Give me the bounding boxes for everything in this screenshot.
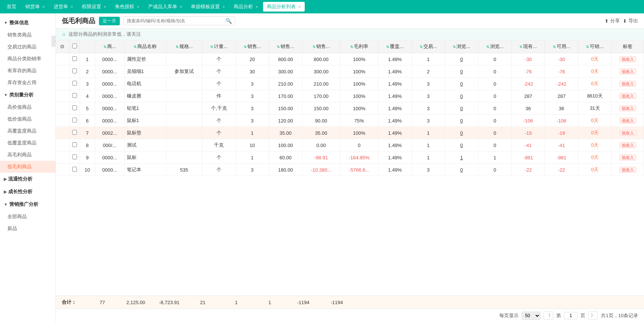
nav-sales-close[interactable]: × xyxy=(42,4,45,9)
cell-browse1-3[interactable]: 0 xyxy=(445,90,478,102)
nav-product-analysis-close[interactable]: × xyxy=(256,4,258,9)
select-all-checkbox[interactable] xyxy=(72,44,77,48)
per-page-select[interactable]: 50 20 100 xyxy=(522,312,541,320)
browse1-link-4[interactable]: 0 xyxy=(460,106,463,111)
th-profit-rate[interactable]: ⇅毛利率 xyxy=(340,40,378,53)
nav-template-close[interactable]: × xyxy=(222,4,225,9)
th-name[interactable]: ⇅商品名称 xyxy=(124,40,166,53)
nav-template[interactable]: 单据模板设置 × xyxy=(187,2,228,12)
th-sale-qty[interactable]: ⇅销售... xyxy=(236,40,269,53)
cell-checkbox-9[interactable] xyxy=(69,164,80,176)
next-page-button[interactable]: 〉 xyxy=(588,311,598,320)
th-settings[interactable]: ⚙ xyxy=(56,40,69,53)
cell-browse1-8[interactable]: 1 xyxy=(445,152,478,164)
export-button[interactable]: ⬇ 导出 xyxy=(623,17,638,24)
sidebar-section-marketing[interactable]: ▼ 营销推广分析 xyxy=(0,198,55,211)
cell-settings-9[interactable] xyxy=(56,164,69,176)
nav-permission[interactable]: 权限设置 × xyxy=(78,2,110,12)
cell-settings-2[interactable] xyxy=(56,78,69,90)
nav-product-entry[interactable]: 产成品入库单 × xyxy=(144,2,186,12)
cell-checkbox-3[interactable] xyxy=(69,90,80,102)
cell-name-2[interactable]: 电话机 xyxy=(124,78,166,90)
sidebar-section-overall[interactable]: ▼ 整体信息 xyxy=(0,16,55,29)
nav-product-analysis-list-close[interactable]: × xyxy=(298,4,301,9)
sidebar-item-inventory-capital[interactable]: 库存资金占用 xyxy=(0,77,55,89)
browse1-link-7[interactable]: 0 xyxy=(460,143,463,148)
nav-role-close[interactable]: × xyxy=(137,4,139,9)
share-button[interactable]: ⬆ 分享 xyxy=(605,17,620,24)
nav-product-analysis[interactable]: 商品分析 × xyxy=(230,2,262,12)
sidebar-item-high-margin[interactable]: 高毛利商品 xyxy=(0,149,55,161)
th-code[interactable]: ⇅商... xyxy=(95,40,124,53)
th-stock[interactable]: ⇅现有... xyxy=(512,40,545,53)
sidebar-item-high-coverage[interactable]: 高覆盖度商品 xyxy=(0,125,55,137)
sidebar-item-traded-products[interactable]: 交易过的商品 xyxy=(0,41,55,53)
row-checkbox-8[interactable] xyxy=(72,154,77,159)
sidebar-item-instock-products[interactable]: 有库存的商品 xyxy=(0,65,55,77)
cell-settings-8[interactable] xyxy=(56,152,69,164)
cell-browse1-7[interactable]: 0 xyxy=(445,139,478,152)
th-browse2[interactable]: ⇅浏览... xyxy=(478,40,512,53)
nav-product-analysis-list[interactable]: 商品分析列表 × xyxy=(263,2,304,12)
sidebar-item-category-rate[interactable]: 商品分类助销率 xyxy=(0,53,55,65)
browse1-link-3[interactable]: 0 xyxy=(460,93,463,99)
nav-home[interactable]: 首页 xyxy=(3,2,20,12)
row-checkbox-4[interactable] xyxy=(72,105,77,110)
cell-settings-7[interactable] xyxy=(56,139,69,152)
th-salable[interactable]: ⇅可销... xyxy=(578,40,612,53)
sidebar-section-category[interactable]: ▼ 类别量分析 xyxy=(0,89,55,101)
th-trade[interactable]: ⇅交易... xyxy=(411,40,445,53)
row-checkbox-1[interactable] xyxy=(72,68,77,73)
cell-browse1-6[interactable]: 0 xyxy=(445,127,478,139)
cell-browse1-2[interactable]: 0 xyxy=(445,78,478,90)
browse1-link-1[interactable]: 0 xyxy=(460,69,463,74)
cell-checkbox-4[interactable] xyxy=(69,102,80,115)
sidebar-item-high-value[interactable]: 高价值商品 xyxy=(0,101,55,113)
row-checkbox-7[interactable] xyxy=(72,142,77,147)
browse1-link-6[interactable]: 0 xyxy=(460,130,463,136)
th-unit[interactable]: ⇅计量... xyxy=(202,40,236,53)
th-spec[interactable]: ⇅规格... xyxy=(166,40,202,53)
sidebar-item-low-value[interactable]: 低价值商品 xyxy=(0,113,55,125)
nav-role[interactable]: 角色授权 × xyxy=(111,2,143,12)
cell-browse1-1[interactable]: 0 xyxy=(445,66,478,78)
browse1-link-9[interactable]: 0 xyxy=(460,167,463,173)
cell-name-1[interactable]: 吴细细1 xyxy=(124,66,166,78)
filter-recent-month-button[interactable]: 近一月 xyxy=(99,17,120,25)
sidebar-item-low-margin[interactable]: 低毛利商品 xyxy=(0,161,55,173)
browse1-link-8[interactable]: 1 xyxy=(460,155,463,160)
cell-name-4[interactable]: 铅笔1 xyxy=(124,102,166,115)
cell-name-0[interactable]: 属性定价 xyxy=(124,53,166,66)
th-browse1[interactable]: ⇅浏览... xyxy=(445,40,478,53)
nav-sales[interactable]: 销货单 × xyxy=(22,2,48,12)
row-checkbox-3[interactable] xyxy=(72,93,77,98)
sidebar-item-new-products[interactable]: 新品 xyxy=(0,223,55,235)
settings-icon[interactable]: ⚙ xyxy=(60,44,65,50)
nav-purchase[interactable]: 进货单 × xyxy=(50,2,77,12)
row-checkbox-6[interactable] xyxy=(72,130,77,135)
th-tag[interactable]: 标签 xyxy=(612,40,644,53)
sidebar-collapse-btn[interactable]: 《 xyxy=(51,36,56,47)
browse1-link-2[interactable]: 0 xyxy=(460,81,463,87)
cell-browse1-9[interactable]: 0 xyxy=(445,164,478,176)
cell-name-5[interactable]: 鼠标1 xyxy=(124,115,166,127)
browse1-link-0[interactable]: 0 xyxy=(460,57,463,62)
cell-name-6[interactable]: 鼠标垫 xyxy=(124,127,166,139)
cell-checkbox-0[interactable] xyxy=(69,53,80,66)
cell-checkbox-8[interactable] xyxy=(69,152,80,164)
sidebar-section-growth[interactable]: ▶ 成长性分析 xyxy=(0,185,55,198)
row-checkbox-0[interactable] xyxy=(72,56,77,61)
th-checkbox[interactable] xyxy=(69,40,80,53)
cell-checkbox-1[interactable] xyxy=(69,66,80,78)
cell-name-8[interactable]: 鼠标 xyxy=(124,152,166,164)
cell-name-9[interactable]: 笔记本 xyxy=(124,164,166,176)
th-sale-amt[interactable]: ⇅销售... xyxy=(269,40,302,53)
row-checkbox-5[interactable] xyxy=(72,118,77,122)
cell-checkbox-5[interactable] xyxy=(69,115,80,127)
cell-checkbox-6[interactable] xyxy=(69,127,80,139)
nav-purchase-close[interactable]: × xyxy=(71,4,73,9)
prev-page-button[interactable]: 〈 xyxy=(544,311,553,320)
cell-settings-6[interactable] xyxy=(56,127,69,139)
cell-settings-0[interactable] xyxy=(56,53,69,66)
th-avail[interactable]: ⇅可用... xyxy=(545,40,579,53)
